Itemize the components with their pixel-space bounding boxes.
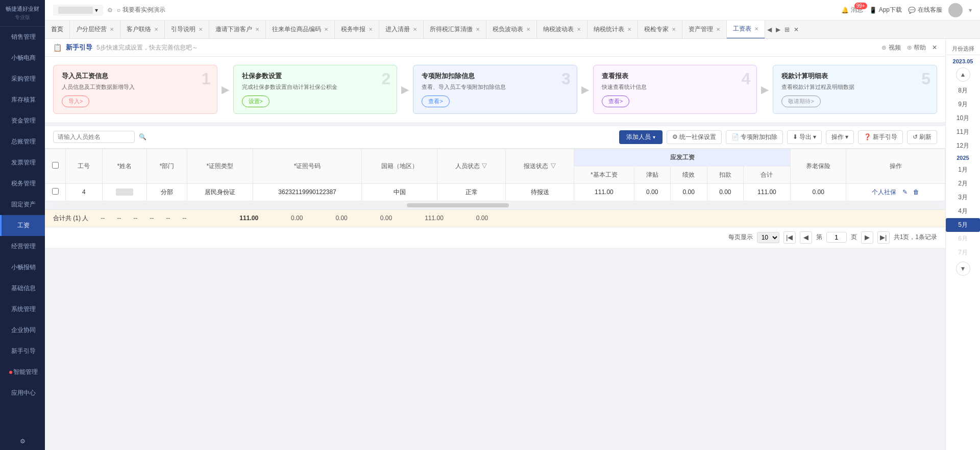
tabs-more-button[interactable]: ⊞ [782,26,792,33]
tab-tax-report[interactable]: 税务申报 ✕ [335,20,379,39]
step-btn-1[interactable]: 导入> [62,96,89,107]
row-select-checkbox[interactable] [52,188,59,195]
sidebar-item-operation[interactable]: 经营管理 [0,236,45,257]
month-dec[interactable]: 12月 [946,139,980,153]
avatar[interactable] [948,3,963,17]
tab-tax-exempt-close[interactable]: ✕ [526,27,530,32]
sidebar-item-ledger[interactable]: 总账管理 [0,131,45,152]
next-page-button[interactable]: ▶ [861,231,873,244]
sidebar-item-collab[interactable]: 企业协同 [0,320,45,341]
tab-income-tax[interactable]: 所得税汇算清缴 ✕ [424,20,486,39]
per-page-select[interactable]: 10 20 50 [757,232,779,243]
tab-income-tax-close[interactable]: ✕ [476,27,480,32]
month-aug[interactable]: 8月 [946,84,980,98]
sidebar-item-inventory[interactable]: 库存核算 [0,89,45,110]
prev-page-button[interactable]: ◀ [800,231,812,244]
settings-icon[interactable]: ⚙ [107,7,113,14]
month-apr[interactable]: 4月 [946,204,980,218]
tab-asset-mgmt[interactable]: 资产管理 ✕ [682,20,727,39]
tab-clearance-close[interactable]: ✕ [413,27,417,32]
tab-customer-close[interactable]: ✕ [154,27,158,32]
tabs-prev-button[interactable]: ◀ [765,26,774,33]
add-person-button[interactable]: 添加人员 ▾ [619,130,663,144]
sidebar-item-sales[interactable]: 销售管理 [0,27,45,48]
sidebar-item-invoice[interactable]: 发票管理 [0,152,45,173]
company-selector[interactable]: ████████ ▾ [53,5,103,16]
sidebar-item-system[interactable]: 系统管理 [0,299,45,320]
app-download-button[interactable]: 📱 App下载 [869,6,902,14]
tab-product-code[interactable]: 往来单位商品编码 ✕ [266,20,335,39]
sidebar-item-purchase[interactable]: 采购管理 [0,68,45,89]
guide-help-link[interactable]: ⊙ 帮助 [907,43,926,52]
social-insurance-button[interactable]: ⚙ 统一社保设置 [667,130,722,144]
user-menu-icon[interactable]: ▾ [969,7,972,14]
sidebar-item-payroll[interactable]: 工资 [0,215,45,236]
tab-invite-close[interactable]: ✕ [255,27,259,32]
demo-link[interactable]: ○ 我要看实例演示 [117,6,165,14]
sidebar-item-smart[interactable]: 智能管理 [0,362,45,383]
tab-clearance[interactable]: 进入清册 ✕ [379,20,424,39]
company-dropdown-icon[interactable]: ▾ [95,7,98,14]
month-next-button[interactable]: ▼ [956,262,970,276]
tab-customer[interactable]: 客户联络 ✕ [120,20,165,39]
action-social-insurance[interactable]: 个人社保 [872,188,896,196]
sidebar-item-appcenter[interactable]: 应用中心 [0,383,45,404]
horizontal-scrollbar[interactable] [53,203,937,207]
month-nov[interactable]: 11月 [946,125,980,139]
select-all-checkbox[interactable] [52,162,59,169]
action-delete[interactable]: 🗑 [913,188,919,196]
guide-video-link[interactable]: ⊙ 视频 [881,43,900,52]
sidebar-item-marketing[interactable]: 小畅报销 [0,257,45,278]
month-prev-button[interactable]: ▲ [956,67,970,82]
guide-button[interactable]: ❓ 新手引导 [858,130,903,144]
action-button[interactable]: 操作 ▾ [826,130,854,144]
tab-invite[interactable]: 邀请下游客户 ✕ [209,20,266,39]
tab-guide-close[interactable]: ✕ [199,27,203,32]
month-mar[interactable]: 3月 [946,191,980,204]
special-deduction-button[interactable]: 📄 专项附加扣除 [726,130,783,144]
tab-guide[interactable]: 引导说明 ✕ [165,20,209,39]
tab-payroll-close[interactable]: ✕ [754,26,758,32]
last-page-button[interactable]: ▶| [877,231,890,244]
refresh-button[interactable]: ↺ 刷新 [907,130,937,144]
tabs-next-button[interactable]: ▶ [774,26,782,33]
step-btn-4[interactable]: 查看> [602,96,629,107]
step-btn-3[interactable]: 查看> [422,96,449,107]
month-jan[interactable]: 1月 [946,163,980,177]
tab-tax-report-close[interactable]: ✕ [369,27,373,32]
export-button[interactable]: ⬇ 导出 ▾ [787,130,822,144]
tab-tax-count-close[interactable]: ✕ [627,27,631,32]
step-btn-2[interactable]: 设置> [242,96,270,107]
tab-tax-stat-close[interactable]: ✕ [577,27,581,32]
month-oct[interactable]: 10月 [946,111,980,125]
scroll-thumb[interactable] [407,203,509,207]
sidebar-item-finance[interactable]: 资金管理 [0,110,45,131]
month-may[interactable]: 5月 [946,218,980,232]
sidebar-settings-button[interactable]: ⚙ [0,433,45,450]
tab-home[interactable]: 首页 [45,20,70,39]
tab-tax-stat[interactable]: 纳税波动表 ✕ [537,20,587,39]
action-edit[interactable]: ✎ [902,188,908,196]
sidebar-item-basic[interactable]: 基础信息 [0,278,45,299]
tab-payroll[interactable]: 工资表 ✕ [727,20,765,39]
tab-layer-close[interactable]: ✕ [110,27,114,32]
tabs-close-all-button[interactable]: ✕ [792,26,801,33]
month-sep[interactable]: 9月 [946,98,980,111]
search-input[interactable] [53,131,135,143]
page-number-input[interactable] [826,232,847,243]
month-jun[interactable]: 6月 [946,232,980,246]
sidebar-item-tax[interactable]: 税务管理 [0,173,45,194]
sidebar-item-assets[interactable]: 固定资产 [0,194,45,215]
tab-tax-expert-close[interactable]: ✕ [672,27,676,32]
sidebar-item-ecommerce[interactable]: 小畅电商 [0,48,45,68]
message-button[interactable]: 🔔 消息 99+ [841,6,863,14]
online-service-button[interactable]: 💬 在线客服 [908,6,942,14]
tab-layer[interactable]: 户分层经营 ✕ [70,20,120,39]
tab-asset-mgmt-close[interactable]: ✕ [716,27,720,32]
first-page-button[interactable]: |◀ [783,231,796,244]
search-icon[interactable]: 🔍 [139,133,146,140]
step-btn-5[interactable]: 敬请期待> [781,96,820,107]
guide-close-button[interactable]: ✕ [932,44,937,51]
tab-product-code-close[interactable]: ✕ [324,27,328,32]
month-jul[interactable]: 7月 [946,246,980,259]
